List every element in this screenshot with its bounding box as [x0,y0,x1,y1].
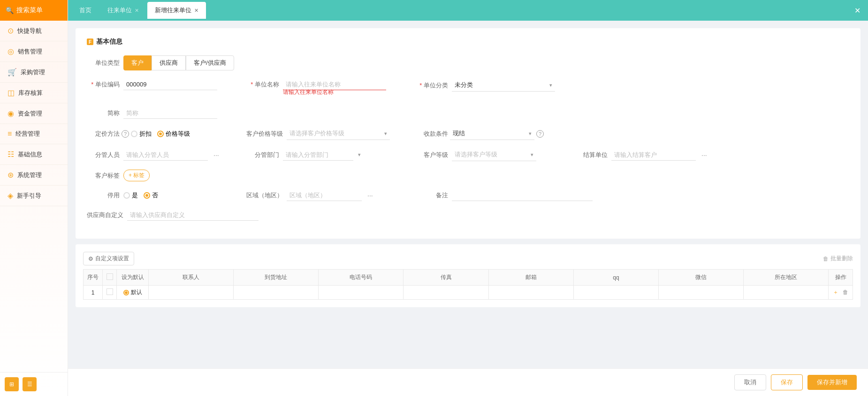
cell-wechat[interactable] [659,286,744,300]
department-input[interactable] [283,149,353,161]
sidebar-item-purchase[interactable]: 🛒 采购管理 [0,62,68,83]
add-row-icon[interactable]: ＋ [833,289,838,295]
batch-delete-button[interactable]: 🗑 批量删除 [823,255,853,263]
tab-partners[interactable]: 往来单位 ✕ [100,2,146,19]
delete-row-icon[interactable]: 🗑 [843,289,848,295]
sidebar-item-basic-info[interactable]: ☷ 基础信息 [0,144,68,165]
phone-input[interactable] [321,289,400,296]
area-input-table[interactable] [746,289,825,296]
tab-new-partner[interactable]: 新增往来单位 ✕ [147,2,206,19]
gear-icon: ⚙ [88,256,93,262]
settlement-more-icon[interactable]: ··· [701,151,707,159]
sidebar-item-inventory[interactable]: ◫ 库存核算 [0,83,68,103]
area-input[interactable] [287,190,362,201]
supplier-custom-input[interactable] [127,210,259,221]
save-and-new-button[interactable]: 保存并新增 [807,375,857,390]
customer-price-level-select[interactable]: 请选择客户价格等级 ▾ [287,127,390,140]
area-more-icon[interactable]: ··· [367,192,373,199]
contact-input[interactable] [152,289,230,296]
unit-code-field: 单位编码 [87,79,246,90]
radio-no[interactable]: 否 [144,191,158,200]
address-input[interactable] [236,289,315,296]
operations-icon: ≡ [8,130,12,138]
table-header-row: 序号 设为默认 联系人 到货地址 电话号码 传真 邮箱 qq 微信 所在地区 操… [84,270,853,286]
radio-price-level[interactable]: 价格等级 [157,130,190,138]
cell-fax[interactable] [404,286,488,300]
remark-input[interactable] [452,190,593,201]
cancel-button[interactable]: 取消 [734,374,766,390]
unit-category-select[interactable]: 未分类 ▾ [452,79,555,92]
row-short-name: 简称 [87,108,849,119]
settlement-input[interactable] [611,149,696,161]
cell-contact[interactable] [148,286,233,300]
tab-new-partner-label: 新增往来单位 [155,6,191,15]
tab-partners-label: 往来单位 [107,6,132,15]
col-address: 到货地址 [234,270,319,286]
sidebar-item-quick-nav[interactable]: ⊙ 快捷导航 [0,21,68,41]
select-all-checkbox[interactable] [107,273,113,280]
remark-label: 备注 [415,191,448,200]
short-name-input[interactable] [123,108,217,119]
manager-input[interactable] [123,149,208,161]
customer-level-arrow: ▾ [531,152,533,158]
cell-area[interactable] [744,286,829,300]
close-all-tabs[interactable]: ✕ [851,4,864,17]
default-label: 默认 [131,288,142,296]
unit-type-customer[interactable]: 客户 [123,55,152,70]
sidebar-item-system[interactable]: ⊛ 系统管理 [0,165,68,186]
tab-home[interactable]: 首页 [72,2,99,19]
sidebar-item-sales[interactable]: ◎ 销售管理 [0,41,68,62]
fax-input[interactable] [406,289,485,296]
unit-type-both[interactable]: 客户/供应商 [186,55,234,70]
radio-no-label: 否 [152,191,158,200]
system-icon: ⊛ [8,171,14,179]
unit-name-field: 单位名称 请输入往来单位名称 [246,79,415,99]
sidebar-item-finance[interactable]: ◉ 资金管理 [0,103,68,124]
sidebar-item-operations[interactable]: ≡ 经营管理 [0,124,68,144]
add-tag-button[interactable]: + 标签 [123,170,150,181]
tag-label: 客户标签 [87,171,120,180]
col-fax: 传真 [404,270,488,286]
table-area: ⚙ 自定义项设置 🗑 批量删除 序号 设为默认 联系人 到货地址 电 [76,244,860,307]
sidebar-footer-btn-2[interactable]: ☰ [23,377,37,391]
payment-terms-select[interactable]: 现结 ▾ [450,127,534,140]
pricing-help-icon[interactable]: ? [122,130,129,138]
cell-address[interactable] [234,286,319,300]
pricing-label: 定价方法 [87,130,120,138]
sidebar-footer-btn-1[interactable]: ⊞ [5,377,19,391]
search-icon: 🔍 [6,7,14,14]
qq-input[interactable] [577,289,655,296]
section-title: F 基本信息 [87,38,849,46]
unit-type-supplier[interactable]: 供应商 [152,55,186,70]
tab-new-partner-close[interactable]: ✕ [194,8,198,14]
unit-code-label: 单位编码 [87,80,120,89]
wechat-input[interactable] [662,289,740,296]
radio-discount[interactable]: 折扣 [131,130,152,138]
cell-email[interactable] [488,286,573,300]
payment-terms-help-icon[interactable]: ? [536,130,544,138]
batch-delete-label: 批量删除 [830,255,853,263]
unit-category-field: 单位分类 未分类 ▾ [415,79,594,92]
save-button[interactable]: 保存 [771,374,803,390]
manager-more-icon[interactable]: ··· [213,151,219,159]
area-label: 区域（地区） [246,191,283,200]
custom-settings-button[interactable]: ⚙ 自定义项设置 [83,252,134,265]
cell-phone[interactable] [319,286,404,300]
unit-category-arrow: ▾ [549,82,552,88]
search-menu[interactable]: 🔍 搜索菜单 [0,0,68,21]
form-footer: 取消 保存 保存并新增 [68,368,868,396]
settlement-label: 结算单位 [575,151,608,159]
row-checkbox[interactable] [107,288,113,295]
sidebar-item-label: 快捷导航 [17,27,42,35]
customer-level-select[interactable]: 请选择客户等级 ▾ [452,148,536,161]
tab-partners-close[interactable]: ✕ [135,8,139,14]
cell-qq[interactable] [573,286,658,300]
department-arrow: ▾ [358,152,361,158]
default-radio[interactable] [123,290,129,295]
tab-bar: 首页 往来单位 ✕ 新增往来单位 ✕ ✕ [68,0,868,21]
sidebar-item-guide[interactable]: ◈ 新手引导 [0,186,68,206]
email-input[interactable] [492,289,571,296]
section-title-icon: F [87,39,93,45]
unit-code-input[interactable] [123,79,217,90]
radio-yes[interactable]: 是 [123,191,138,200]
